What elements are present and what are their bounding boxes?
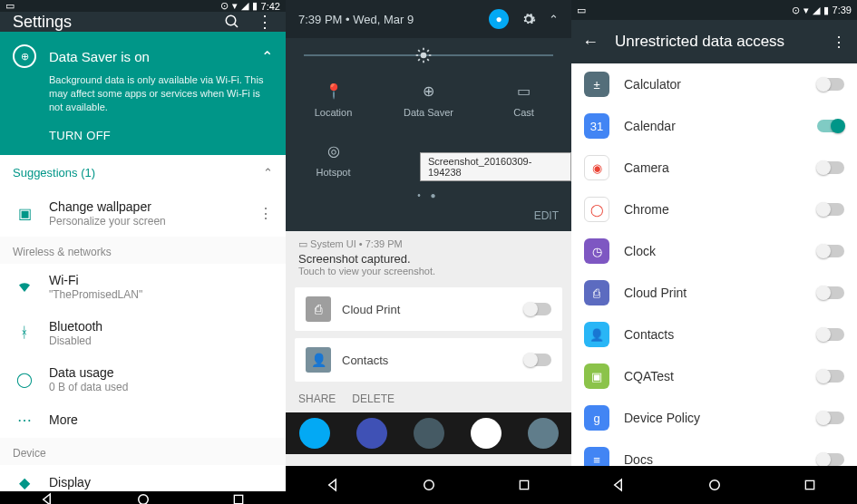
overflow-icon[interactable]: ⋮ [257, 12, 273, 32]
dock-phone-icon[interactable] [299, 418, 330, 449]
data-sub: 0 B of data used [49, 381, 273, 393]
recents-button[interactable] [517, 478, 531, 492]
app-icon: ± [584, 72, 609, 97]
app-row[interactable]: 31Calendar [571, 105, 857, 147]
edit-button[interactable]: EDIT [286, 204, 571, 231]
page-title: Unrestricted data access [615, 33, 832, 51]
more-icon: ⋯ [13, 412, 36, 429]
suggestion-sub: Personalize your screen [49, 215, 258, 228]
cast-icon: ▭ [517, 80, 531, 102]
brightness-slider[interactable] [286, 38, 571, 62]
app-row[interactable]: ▣CQATest [571, 355, 857, 397]
app-icon: g [584, 405, 609, 431]
app-icon: ▣ [584, 363, 609, 389]
data-saver-banner[interactable]: ⊕ Data Saver is on ⌃ Background data is … [0, 32, 286, 155]
wallpaper-icon: ▣ [13, 205, 36, 222]
app-row[interactable]: ◉Camera [571, 147, 857, 189]
notif-app-label: Contacts [342, 354, 524, 367]
app-row[interactable]: ◯Chrome [571, 189, 857, 230]
dock-camera-icon[interactable] [528, 418, 559, 449]
app-row[interactable]: ◷Clock [571, 230, 857, 272]
suggestion-row[interactable]: ▣ Change wallpaper Personalize your scre… [0, 190, 286, 237]
app-icon: ≡ [584, 447, 609, 466]
app-row[interactable]: ±Calculator [571, 63, 857, 105]
app-list[interactable]: ±Calculator31Calendar◉Camera◯Chrome◷Cloc… [571, 63, 857, 466]
notif-app-row[interactable]: 👤 Contacts [295, 338, 562, 382]
category-device: Device [0, 438, 286, 465]
page-title: Settings [13, 13, 208, 32]
app-row[interactable]: 👤Contacts [571, 314, 857, 355]
tile-cast[interactable]: ▭ Cast [476, 71, 571, 131]
display-row[interactable]: ◆ Display [0, 465, 286, 491]
qs-datetime: 7:39 PM • Wed, Mar 9 [298, 13, 414, 26]
bluetooth-sub: Disabled [49, 334, 273, 347]
overflow-icon[interactable]: ⋮ [832, 34, 846, 51]
toggle[interactable] [817, 120, 844, 132]
chevron-up-icon: ⌃ [263, 166, 273, 179]
toggle[interactable] [524, 354, 551, 366]
data-usage-row[interactable]: ◯ Data usage 0 B of data used [0, 356, 286, 402]
chevron-up-icon[interactable]: ⌃ [261, 48, 273, 65]
wifi-row[interactable]: Wi-Fi "ThePromisedLAN" [0, 264, 286, 310]
alarm-icon: ⊙ [220, 0, 229, 12]
app-row[interactable]: gDevice Policy [571, 397, 857, 439]
svg-line-11 [418, 59, 420, 61]
home-button[interactable] [421, 477, 437, 493]
recents-button[interactable] [231, 492, 246, 504]
toggle[interactable] [817, 412, 844, 424]
search-icon[interactable] [224, 14, 240, 30]
tile-hotspot[interactable]: ◎ Hotspot [286, 131, 381, 190]
notification-area: ▭ System UI • 7:39 PM Screenshot capture… [286, 231, 571, 466]
toggle[interactable] [817, 453, 844, 466]
bluetooth-icon: ᚼ [13, 325, 36, 341]
toggle[interactable] [524, 303, 551, 315]
bluetooth-title: Bluetooth [49, 319, 273, 334]
toggle[interactable] [817, 161, 844, 174]
contacts-icon: 👤 [306, 347, 331, 373]
app-row[interactable]: ⎙Cloud Print [571, 272, 857, 314]
user-avatar[interactable]: ● [489, 9, 509, 29]
tile-label: Data Saver [404, 107, 453, 118]
svg-point-0 [226, 15, 236, 25]
dock-chrome-icon[interactable] [471, 418, 502, 449]
home-button[interactable] [706, 477, 723, 493]
app-icon: ⎙ [584, 280, 609, 305]
toggle[interactable] [817, 370, 844, 383]
overflow-icon[interactable]: ⋮ [258, 205, 273, 222]
location-icon: 📍 [325, 80, 343, 102]
toggle[interactable] [817, 328, 844, 341]
turn-off-button[interactable]: TURN OFF [49, 129, 273, 142]
back-button[interactable] [611, 477, 628, 493]
battery-icon: ▮ [823, 5, 829, 16]
app-row[interactable]: ≡Docs [571, 439, 857, 466]
notif-title[interactable]: Screenshot captured. [286, 252, 571, 266]
dock-messages-icon[interactable] [356, 418, 387, 449]
share-button[interactable]: SHARE [298, 393, 336, 405]
brightness-icon[interactable] [414, 46, 433, 64]
dock-apps-icon[interactable] [414, 418, 444, 449]
status-bar: ▭ ⊙ ▾ ◢ ▮ 7:39 [571, 0, 857, 20]
toggle[interactable] [817, 203, 844, 216]
more-row[interactable]: ⋯ More [0, 402, 286, 438]
tile-data-saver[interactable]: ⊕ Data Saver [381, 71, 476, 131]
back-arrow-icon[interactable]: ← [582, 33, 599, 52]
tile-label: Cast [513, 107, 534, 118]
delete-button[interactable]: DELETE [352, 393, 394, 405]
back-button[interactable] [40, 491, 56, 504]
suggestions-header[interactable]: Suggestions (1) ⌃ [0, 155, 286, 190]
notif-app-row[interactable]: ⎙ Cloud Print [295, 287, 562, 331]
page-indicator: • ● [286, 190, 571, 204]
bluetooth-row[interactable]: ᚼ Bluetooth Disabled [0, 310, 286, 356]
toggle[interactable] [817, 78, 844, 91]
toggle[interactable] [817, 286, 844, 299]
toggle[interactable] [817, 245, 844, 257]
back-button[interactable] [326, 477, 342, 493]
nav-bar [286, 466, 571, 504]
data-saver-icon: ⊕ [13, 44, 36, 68]
tile-location[interactable]: 📍 Location [286, 71, 381, 131]
recents-button[interactable] [803, 478, 817, 492]
gear-icon[interactable] [521, 12, 536, 26]
app-bar: Settings ⋮ [0, 12, 286, 32]
chevron-up-icon[interactable]: ⌃ [549, 13, 559, 26]
home-button[interactable] [135, 491, 151, 504]
